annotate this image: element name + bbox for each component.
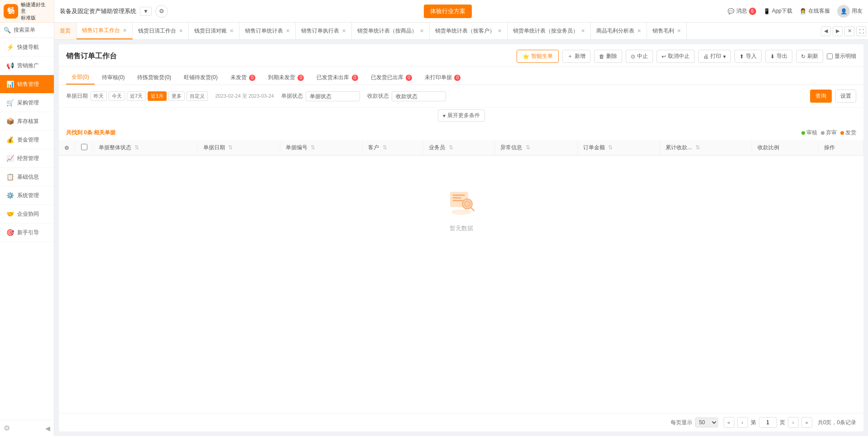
tab-sales-profit[interactable]: 销售毛利 ✕ xyxy=(647,23,687,39)
status-select[interactable]: 单据状态 xyxy=(306,91,360,101)
col-amount[interactable]: 订单金额 ⇅ xyxy=(577,140,660,156)
sort-collected-icon[interactable]: ⇅ xyxy=(695,144,700,151)
app-download-btn[interactable]: 📱 App下载 xyxy=(763,7,792,15)
date-btn-today[interactable]: 今天 xyxy=(109,91,125,101)
show-detail-toggle[interactable]: 显示明细 xyxy=(827,52,856,60)
smart-create-btn[interactable]: ⭐ 智能生单 xyxy=(517,50,559,63)
sort-customer-icon[interactable]: ⇅ xyxy=(383,144,387,151)
stop-btn[interactable]: ⊙ 中止 xyxy=(626,50,653,63)
page-size-select[interactable]: 10 20 50 100 xyxy=(695,417,718,427)
expand-button[interactable]: ▼ xyxy=(140,7,152,16)
expand-conditions-btn[interactable]: ▾ 展开更多条件 xyxy=(438,109,485,122)
col-number[interactable]: 单据编号 ⇅ xyxy=(280,140,363,156)
sidebar-item-purchase[interactable]: 🛒 采购管理 xyxy=(0,94,54,112)
col-checkbox[interactable] xyxy=(75,140,93,156)
settings-icon-bottom[interactable]: ⚙ xyxy=(4,424,10,432)
payment-select[interactable]: 收款状态 xyxy=(392,91,446,101)
cancel-review-action-btn[interactable]: 弃审 xyxy=(821,129,837,137)
col-customer[interactable]: 客户 ⇅ xyxy=(363,140,423,156)
query-btn[interactable]: 查询 xyxy=(810,90,832,103)
sidebar-item-quicknav[interactable]: ⚡ 快捷导航 xyxy=(0,38,54,57)
subtab-not-shipped[interactable]: 未发货 0 xyxy=(225,71,261,84)
review-action-btn[interactable]: 审核 xyxy=(801,129,817,137)
ship-action-btn[interactable]: 发货 xyxy=(840,129,856,137)
tab-close-sales-exec[interactable]: ✕ xyxy=(342,28,346,34)
settings-btn[interactable]: 设置 xyxy=(835,90,856,103)
col-collected[interactable]: 累计收款... ⇅ xyxy=(660,140,752,156)
subtab-shipped-not-out[interactable]: 已发货未出库 0 xyxy=(311,71,363,84)
select-all-checkbox[interactable] xyxy=(81,144,87,150)
tab-sales-summary-staff[interactable]: 销货单统计表（按业务员） ✕ xyxy=(508,23,591,39)
delete-btn[interactable]: 🗑 删除 xyxy=(594,50,622,63)
subtab-not-printed[interactable]: 未打印单据 0 xyxy=(419,71,466,84)
subtab-all[interactable]: 全部(0) xyxy=(66,71,95,85)
sort-number-icon[interactable]: ⇅ xyxy=(311,144,315,151)
tab-home[interactable]: 首页 xyxy=(54,23,77,39)
message-btn[interactable]: 💬 消息 6 xyxy=(728,7,756,15)
date-btn-yesterday[interactable]: 昨天 xyxy=(91,91,107,101)
tab-close-sales-summary-staff[interactable]: ✕ xyxy=(581,28,585,34)
tab-close-sales-summary-customer[interactable]: ✕ xyxy=(498,28,502,34)
subtab-pending-review[interactable]: 待审核(0) xyxy=(96,71,130,84)
show-detail-checkbox[interactable] xyxy=(827,53,833,59)
trial-btn[interactable]: 体验行业方案 xyxy=(424,5,472,18)
col-ratio[interactable]: 收款比例 xyxy=(752,140,818,156)
sidebar-item-basicinfo[interactable]: 📋 基础信息 xyxy=(0,168,54,186)
sidebar-item-marketing[interactable]: 📢 营销推广 xyxy=(0,57,54,75)
tab-close-cash-reconcile[interactable]: ✕ xyxy=(230,28,234,34)
import-btn[interactable]: ⬆ 导入 xyxy=(734,50,762,63)
prev-page-btn[interactable]: ‹ xyxy=(737,417,748,428)
tab-sales-exec[interactable]: 销售订单执行表 ✕ xyxy=(296,23,352,39)
date-btn-7days[interactable]: 近7天 xyxy=(127,91,146,101)
date-btn-1month[interactable]: 近1月 xyxy=(148,91,167,101)
print-btn[interactable]: 🖨 打印 ▾ xyxy=(698,50,731,63)
sort-amount-icon[interactable]: ⇅ xyxy=(608,144,613,151)
date-btn-more[interactable]: 更多 xyxy=(168,91,185,101)
col-exception[interactable]: 异常信息 ⇅ xyxy=(495,140,577,156)
topbar-settings-btn[interactable]: ⚙ xyxy=(155,5,168,18)
subtab-shipped-out[interactable]: 已发货已出库 0 xyxy=(365,71,417,84)
date-btn-custom[interactable]: 自定义 xyxy=(187,91,208,101)
tab-close-cash-daily[interactable]: ✕ xyxy=(179,28,183,34)
last-page-btn[interactable]: » xyxy=(801,417,812,428)
tab-sales-summary-product[interactable]: 销货单统计表（按商品） ✕ xyxy=(352,23,430,39)
cancel-stop-btn[interactable]: ↩ 取消中止 xyxy=(657,50,695,63)
tab-close-sales-summary-product[interactable]: ✕ xyxy=(420,28,424,34)
tab-close-all-btn[interactable]: ✕ xyxy=(844,26,854,36)
sidebar-item-cooperation[interactable]: 🤝 企业协同 xyxy=(0,205,54,223)
sort-exception-icon[interactable]: ⇅ xyxy=(526,144,530,151)
tab-close-sales-stat[interactable]: ✕ xyxy=(286,28,290,34)
sort-salesperson-icon[interactable]: ⇅ xyxy=(449,144,453,151)
col-salesperson[interactable]: 业务员 ⇅ xyxy=(423,140,495,156)
online-service-btn[interactable]: 👩‍💼 在线客服 xyxy=(800,7,830,15)
subtab-wangpu-pending[interactable]: 旺铺待发货(0) xyxy=(178,71,223,84)
sort-date-icon[interactable]: ⇅ xyxy=(228,144,233,151)
subtab-pending-inspect[interactable]: 待拣货验货(0) xyxy=(132,71,177,84)
tab-close-gross-margin[interactable]: ✕ xyxy=(637,28,641,34)
col-settings[interactable]: ⚙ xyxy=(59,140,75,156)
sidebar-item-system[interactable]: ⚙️ 系统管理 xyxy=(0,186,54,205)
tab-prev-btn[interactable]: ◀ xyxy=(821,26,831,36)
sidebar-item-operations[interactable]: 📈 经营管理 xyxy=(0,149,54,168)
export-btn[interactable]: ⬇ 导出 xyxy=(765,50,792,63)
tab-cash-reconcile[interactable]: 钱货日清对账 ✕ xyxy=(189,23,240,39)
sort-status-icon[interactable]: ⇅ xyxy=(134,144,139,151)
sidebar-search-item[interactable]: 🔍 搜索菜单 xyxy=(0,23,54,38)
add-btn[interactable]: ＋ 新增 xyxy=(562,50,590,63)
tab-next-btn[interactable]: ▶ xyxy=(833,26,843,36)
tab-fullscreen-btn[interactable]: ⛶ xyxy=(856,26,866,36)
sidebar-item-finance[interactable]: 💰 资金管理 xyxy=(0,131,54,149)
refresh-btn[interactable]: ↻ 刷新 xyxy=(796,50,823,63)
col-date[interactable]: 单据日期 ⇅ xyxy=(197,140,280,156)
tab-sales-summary-customer[interactable]: 销货单统计表（按客户） ✕ xyxy=(430,23,508,39)
col-status[interactable]: 单据整体状态 ⇅ xyxy=(93,140,198,156)
collapse-icon[interactable]: ◀ xyxy=(45,425,50,432)
page-number-input[interactable] xyxy=(759,417,777,428)
tab-close-sales-profit[interactable]: ✕ xyxy=(677,28,681,34)
sidebar-item-sales[interactable]: 📊 销售管理 xyxy=(0,75,54,94)
subtab-expired-not-shipped[interactable]: 到期未发货 0 xyxy=(263,71,309,84)
next-page-btn[interactable]: › xyxy=(788,417,799,428)
tab-close-sales-workbench[interactable]: ✕ xyxy=(123,28,127,33)
tab-gross-margin[interactable]: 商品毛利分析表 ✕ xyxy=(591,23,647,39)
tab-sales-stat[interactable]: 销售订单统计表 ✕ xyxy=(240,23,296,39)
